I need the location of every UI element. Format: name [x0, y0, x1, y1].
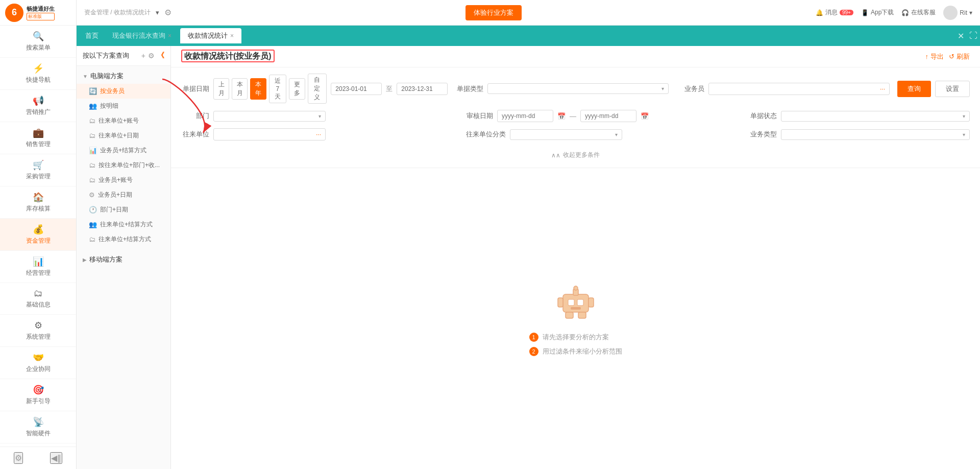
date-btn-last-month[interactable]: 上月 — [213, 78, 229, 100]
dept-field: 部门 ▾ — [181, 111, 457, 122]
date-start-input[interactable] — [331, 83, 382, 95]
counterpart-select[interactable]: ··· — [213, 128, 326, 140]
sidebar-item-purchase[interactable]: 🛒 采购管理 — [0, 154, 76, 186]
tab-home[interactable]: 首页 — [79, 28, 105, 43]
app-download-button[interactable]: 📱 App下载 — [861, 8, 894, 17]
counterpart-more-icon[interactable]: ··· — [316, 131, 321, 138]
refresh-icon: ↺ — [949, 53, 954, 60]
plan-item-salesperson-payment[interactable]: 📊 业务员+结算方式 — [77, 143, 170, 158]
sidebar-item-inventory[interactable]: 🏠 库存核算 — [0, 186, 76, 219]
plan-item-counterpart-date[interactable]: 🗂 往来单位+日期 — [77, 128, 170, 143]
refresh-button[interactable]: ↺ 刷新 — [949, 52, 970, 61]
breadcrumb: 资金管理 / 收款情况统计 — [84, 8, 151, 17]
tab-bank[interactable]: 现金银行流水查询 × — [105, 28, 179, 43]
tab-receipt-close[interactable]: × — [230, 32, 234, 39]
biz-type-select[interactable]: ▾ — [781, 129, 970, 140]
tab-controls: ✕ ⛶ — [958, 31, 977, 41]
sidebar-item-guide[interactable]: 🎯 新手引导 — [0, 379, 76, 411]
plan-group-desktop-header[interactable]: ▼ 电脑端方案 — [77, 68, 170, 84]
trial-button[interactable]: 体验行业方案 — [465, 5, 522, 20]
sidebar-item-system[interactable]: ⚙ 系统管理 — [0, 315, 76, 347]
sidebar-item-basic[interactable]: 🗂 基础信息 — [0, 283, 76, 315]
tab-receipt[interactable]: 收款情况统计 × — [180, 28, 241, 43]
date-btn-this-month[interactable]: 本月 — [232, 78, 248, 100]
tab-close-all-button[interactable]: ✕ — [958, 31, 964, 41]
step-1-num: 1 — [529, 333, 538, 342]
sidebar: 6 畅捷通好生 标准版 🔍 搜索菜单 ⚡ 快捷导航 📢 营销推广 💼 销售管理 … — [0, 0, 77, 469]
online-service-button[interactable]: 🎧 在线客服 — [901, 8, 936, 17]
plan-item-counterpart-payment1[interactable]: 👥 往来单位+结算方式 — [77, 217, 170, 232]
app-icon: 📱 — [861, 9, 869, 16]
inventory-icon: 🏠 — [33, 192, 44, 203]
empty-state: 1 请先选择要分析的方案 2 用过滤条件来缩小分析范围 — [529, 282, 622, 356]
counterpart-category-select[interactable]: ▾ — [510, 129, 622, 140]
sidebar-item-enterprise[interactable]: 🤝 企业协同 — [0, 347, 76, 379]
svg-rect-9 — [578, 312, 586, 318]
plan-item-salesperson-date[interactable]: ⚙ 业务员+日期 — [77, 187, 170, 202]
biz-type-label: 业务类型 — [749, 130, 777, 139]
sidebar-settings-button[interactable]: ⚙ — [14, 452, 23, 464]
plan-group-mobile-header[interactable]: ▶ 移动端方案 — [77, 252, 170, 267]
doc-type-select[interactable]: ▾ — [487, 83, 669, 94]
settings-button[interactable]: 设置 — [935, 81, 970, 97]
settings-plan-button[interactable]: ⚙ — [148, 52, 155, 60]
plan-group-desktop: ▼ 电脑端方案 🔄 按业务员 👥 按明细 🗂 往来单位+账号 🗂 往 — [77, 66, 170, 249]
audit-date-label: 审核日期 — [465, 111, 493, 121]
audit-date-start-input[interactable] — [497, 110, 553, 122]
sidebar-item-marketing[interactable]: 📢 营销推广 — [0, 90, 76, 122]
add-plan-button[interactable]: + — [141, 52, 145, 60]
plan-item-dept-date[interactable]: 🕐 部门+日期 — [77, 202, 170, 217]
tab-bank-close[interactable]: × — [168, 32, 172, 39]
sidebar-item-operation[interactable]: 📊 经营管理 — [0, 251, 76, 283]
audit-date-end-input[interactable] — [580, 110, 636, 122]
doc-status-select[interactable]: ▾ — [781, 111, 970, 122]
user-menu[interactable]: Rit ▾ — [943, 6, 972, 20]
date-btn-7days[interactable]: 近7天 — [269, 75, 287, 103]
doc-type-dropdown-icon: ▾ — [662, 86, 664, 91]
sidebar-item-quicknav[interactable]: ⚡ 快捷导航 — [0, 58, 76, 90]
sidebar-item-finance[interactable]: 💰 资金管理 — [0, 219, 76, 251]
calendar-icon-2[interactable]: 📅 — [641, 112, 649, 120]
date-btn-custom[interactable]: 自定义 — [308, 74, 327, 104]
dept-select[interactable]: ▾ — [213, 111, 326, 122]
page-header: 收款情况统计(按业务员) ↑ 导出 ↺ 刷新 — [171, 46, 980, 67]
user-avatar — [943, 6, 958, 20]
message-button[interactable]: 🔔 消息 99+ — [816, 8, 853, 17]
more-options-icon[interactable]: ··· — [880, 85, 885, 92]
collapse-conditions-button[interactable]: ∧∧ 收起更多条件 — [181, 147, 970, 161]
basic-icon: 🗂 — [34, 288, 43, 299]
svg-rect-1 — [568, 299, 574, 306]
plan-item-detail[interactable]: 👥 按明细 — [77, 99, 170, 113]
svg-rect-3 — [571, 307, 581, 310]
sidebar-collapse-button[interactable]: ◀‖ — [50, 452, 62, 464]
plan-item-counterpart-payment2[interactable]: 🗂 往来单位+结算方式 — [77, 232, 170, 247]
breadcrumb-dropdown[interactable]: ▾ — [156, 9, 159, 16]
folder-icon-2: 🗂 — [89, 132, 95, 139]
empty-step-1: 1 请先选择要分析的方案 — [529, 333, 622, 342]
sidebar-item-search[interactable]: 🔍 搜索菜单 — [0, 26, 76, 58]
topbar-gear-icon[interactable]: ⚙ — [164, 8, 172, 17]
date-btn-more[interactable]: 更多 — [289, 78, 305, 100]
dept-dropdown-icon: ▾ — [318, 113, 321, 119]
export-button[interactable]: ↑ 导出 — [925, 52, 944, 61]
content-area: 按以下方案查询 + ⚙ 《 ▼ 电脑端方案 🔄 按业务员 👥 — [77, 46, 980, 469]
svg-rect-6 — [558, 298, 563, 307]
calendar-icon-1[interactable]: 📅 — [557, 112, 566, 120]
folder-icon-5: 🗂 — [89, 236, 95, 243]
plan-item-counterpart-account[interactable]: 🗂 往来单位+账号 — [77, 113, 170, 128]
plan-item-counterpart-dept[interactable]: 🗂 按往来单位+部门+收... — [77, 158, 170, 173]
tab-maximize-button[interactable]: ⛶ — [969, 31, 977, 40]
salesperson-select[interactable]: ··· — [708, 83, 890, 95]
sidebar-item-sales[interactable]: 💼 销售管理 — [0, 122, 76, 154]
sidebar-item-hardware[interactable]: 📡 智能硬件 — [0, 411, 76, 443]
arrow-down-icon: ▼ — [83, 74, 88, 79]
date-end-input[interactable] — [397, 83, 448, 95]
table-area: 1 请先选择要分析的方案 2 用过滤条件来缩小分析范围 — [171, 168, 980, 469]
collapse-icon: ∧∧ — [551, 152, 560, 159]
plan-item-by-salesperson[interactable]: 🔄 按业务员 — [77, 84, 170, 99]
query-button[interactable]: 查询 — [897, 81, 931, 97]
collapse-panel-button[interactable]: 《 — [157, 51, 164, 60]
plan-item-salesperson-account[interactable]: 🗂 业务员+账号 — [77, 173, 170, 187]
date-btn-this-year[interactable]: 本年 — [250, 78, 266, 100]
detail-icon: 👥 — [89, 102, 97, 110]
